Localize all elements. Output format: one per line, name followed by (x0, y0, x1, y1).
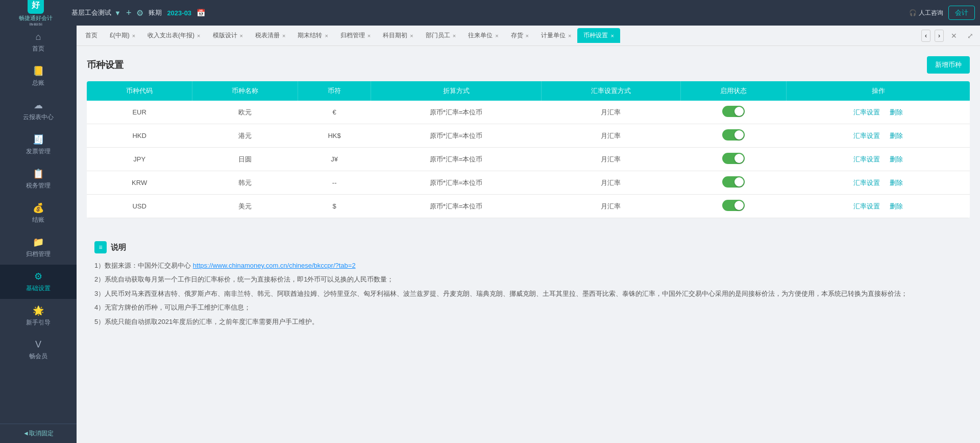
company-selector[interactable]: 基层工会测试 ▼ (71, 8, 121, 17)
sidebar-item-new-guide[interactable]: 🌟 新手引导 (0, 299, 77, 333)
tab-archive-mgmt-close[interactable]: × (368, 33, 371, 39)
note-icon: ≡ (94, 241, 107, 253)
rate-setting-link[interactable]: 汇率设置 (853, 179, 880, 186)
top-bar: 好 畅捷通好会计 旗舰版 基层工会测试 ▼ + ⚙ 账期 2023-03 📅 🎧… (0, 0, 980, 26)
rate-setting-link[interactable]: 汇率设置 (853, 132, 880, 139)
note-link[interactable]: https://www.chinamoney.com.cn/chinese/bk… (193, 262, 356, 269)
note-title: ≡ 说明 (94, 241, 962, 253)
tab-income-report-label: 收入支出表(年报) (148, 31, 194, 40)
add-tab-button[interactable]: + (126, 8, 132, 18)
tab-currency-close[interactable]: × (610, 33, 614, 39)
sidebar-item-tax-label: 税务管理 (26, 181, 51, 190)
sidebar-item-cloud-reports-label: 云报表中心 (23, 113, 54, 122)
sidebar-pin-button[interactable]: ◄取消固定 (0, 424, 77, 443)
tab-prev-button[interactable]: ‹ (921, 30, 930, 42)
delete-link[interactable]: 删除 (890, 132, 903, 139)
sidebar-item-invoice[interactable]: 🧾 发票管理 (0, 128, 77, 162)
cell-rate-type: 月汇率 (542, 124, 681, 148)
sidebar-item-member-label: 畅会员 (29, 352, 47, 361)
sidebar: ⌂ 首页 📒 总账 ☁ 云报表中心 🧾 发票管理 📋 税务管理 💰 结账 📁 归… (0, 26, 77, 443)
tab-close-all-button[interactable]: ✕ (947, 30, 961, 42)
tab-counterparty-close[interactable]: × (495, 33, 498, 39)
cell-actions: 汇率设置 删除 (787, 124, 970, 148)
tab-tax-clear[interactable]: 税表清册 × (249, 28, 291, 43)
tab-inventory[interactable]: 存货 × (505, 28, 535, 43)
delete-link[interactable]: 删除 (890, 202, 903, 210)
tab-unit[interactable]: 计量单位 × (535, 28, 577, 43)
tab-period[interactable]: £(中期) × (104, 28, 141, 43)
sidebar-item-ledger-label: 总账 (32, 79, 44, 87)
tab-period-close[interactable]: 期末结转 × (291, 28, 334, 43)
cloud-reports-icon: ☁ (34, 100, 43, 111)
sidebar-item-tax[interactable]: 📋 税务管理 (0, 162, 77, 196)
tab-expand-button[interactable]: ⤢ (963, 30, 977, 42)
rate-setting-link[interactable]: 汇率设置 (853, 202, 880, 210)
member-icon: V (35, 339, 41, 350)
new-currency-button[interactable]: 新增币种 (927, 56, 970, 74)
tab-counterparty[interactable]: 往来单位 × (462, 28, 504, 43)
cell-enabled (680, 171, 787, 195)
toggle-enabled[interactable] (722, 153, 745, 164)
toggle-enabled[interactable] (722, 200, 745, 211)
tab-period-close-close[interactable]: × (325, 33, 328, 39)
tab-account-period-close[interactable]: × (410, 33, 413, 39)
toggle-enabled[interactable] (722, 129, 745, 141)
cell-code: JPY (87, 148, 192, 171)
cell-enabled (680, 101, 787, 124)
tab-home[interactable]: 首页 (79, 28, 104, 43)
tab-period-label: £(中期) (110, 31, 130, 40)
note-item: 3）人民币对马来西亚林吉特、俄罗斯卢布、南非兰特、韩元、阿联酋迪拉姆、沙特里亚尔… (94, 288, 962, 299)
cell-code: KRW (87, 171, 192, 195)
tab-template-close[interactable]: × (240, 33, 243, 39)
settle-icon: 💰 (33, 202, 44, 214)
settings-icon[interactable]: ⚙ (136, 8, 143, 18)
tab-template[interactable]: 模版设计 × (207, 28, 249, 43)
table-row: EUR 欧元 € 原币*汇率=本位币 月汇率 汇率设置 删除 (87, 101, 970, 124)
customer-service-button[interactable]: 🎧 人工咨询 (909, 9, 943, 17)
tab-dept-staff[interactable]: 部门员工 × (420, 28, 462, 43)
table-row: KRW 韩元 -- 原币*汇率=本位币 月汇率 汇率设置 删除 (87, 171, 970, 195)
sidebar-item-ledger[interactable]: 📒 总账 (0, 59, 77, 94)
new-guide-icon: 🌟 (33, 305, 44, 316)
cell-code: EUR (87, 101, 192, 124)
tab-archive-mgmt-label: 归档管理 (340, 31, 365, 40)
calendar-icon[interactable]: 📅 (197, 9, 205, 17)
tab-currency[interactable]: 币种设置 × (577, 28, 620, 43)
tab-next-button[interactable]: › (935, 30, 944, 42)
tab-dept-staff-close[interactable]: × (453, 33, 456, 39)
note-section: ≡ 说明 1）数据来源：中国外汇交易中心 https://www.chinamo… (87, 234, 970, 337)
sidebar-item-archive[interactable]: 📁 归档管理 (0, 230, 77, 265)
cell-enabled (680, 195, 787, 218)
toggle-enabled[interactable] (722, 176, 745, 188)
cell-name: 欧元 (192, 101, 298, 124)
tab-archive-mgmt[interactable]: 归档管理 × (334, 28, 377, 43)
page-content: 币种设置 新增币种 币种代码 币种名称 币符 折算方式 汇率设置方式 启用状态 … (77, 46, 980, 443)
page-header: 币种设置 新增币种 (87, 56, 970, 74)
sidebar-item-settle[interactable]: 💰 结账 (0, 196, 77, 230)
cell-rate-type: 月汇率 (542, 148, 681, 171)
toggle-enabled[interactable] (722, 106, 745, 117)
tab-inventory-close[interactable]: × (526, 33, 529, 39)
tab-account-period[interactable]: 科目期初 × (377, 28, 419, 43)
sidebar-item-basic-settings[interactable]: ⚙ 基础设置 (0, 265, 77, 299)
account-button[interactable]: 会计 (948, 6, 975, 20)
rate-setting-link[interactable]: 汇率设置 (853, 108, 880, 116)
sidebar-item-home[interactable]: ⌂ 首页 (0, 26, 77, 59)
sidebar-item-cloud-reports[interactable]: ☁ 云报表中心 (0, 94, 77, 128)
tab-period-close[interactable]: × (132, 33, 135, 39)
tab-bar: 首页 £(中期) × 收入支出表(年报) × 模版设计 × 税表清册 × 期末结… (77, 26, 980, 46)
sidebar-item-member[interactable]: V 畅会员 (0, 333, 77, 367)
delete-link[interactable]: 删除 (890, 179, 903, 186)
tab-unit-label: 计量单位 (541, 31, 566, 40)
tab-unit-close[interactable]: × (568, 33, 571, 39)
tab-tax-clear-close[interactable]: × (282, 33, 285, 39)
page-title: 币种设置 (87, 59, 124, 71)
rate-setting-link[interactable]: 汇率设置 (853, 155, 880, 163)
delete-link[interactable]: 删除 (890, 155, 903, 163)
delete-link[interactable]: 删除 (890, 108, 903, 116)
cell-conversion: 原币*汇率=本位币 (371, 171, 541, 195)
tab-income-report-close[interactable]: × (197, 33, 200, 39)
tab-template-label: 模版设计 (213, 31, 237, 40)
cell-rate-type: 月汇率 (542, 101, 681, 124)
tab-income-report[interactable]: 收入支出表(年报) × (141, 28, 206, 43)
